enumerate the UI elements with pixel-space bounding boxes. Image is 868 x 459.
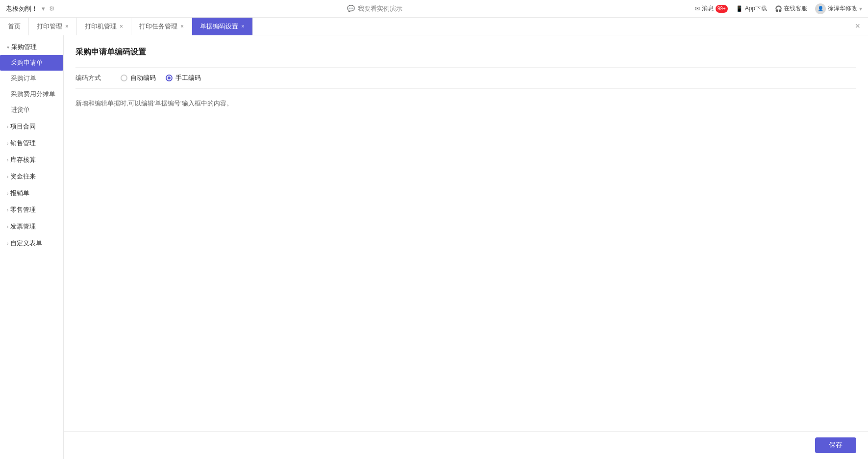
sidebar-group-inventory-label: 库存核算: [10, 155, 36, 164]
tab-printer-management[interactable]: 打印机管理 ×: [77, 18, 131, 35]
sidebar-item-purchase-order-label: 采购订单: [11, 75, 36, 82]
tab-print-task[interactable]: 打印任务管理 ×: [131, 18, 192, 35]
tab-serial-code[interactable]: 单据编码设置 ×: [192, 18, 253, 35]
sidebar-group-invoice-title[interactable]: › 发票管理: [0, 219, 63, 234]
sidebar-group-custom-label: 自定义表单: [10, 239, 42, 248]
top-bar-right: ✉ 消息 99+ 📱 App下载 🎧 在线客服 👤 徐泽华修改 ▾: [695, 3, 862, 14]
sidebar-item-purchase-cost-label: 采购费用分摊单: [11, 90, 55, 98]
message-badge: 99+: [716, 5, 728, 13]
arrow-right-icon-project: ›: [7, 124, 8, 129]
sidebar-group-inventory: › 库存核算: [0, 152, 63, 168]
manual-coding-label: 手工编码: [175, 74, 201, 82]
tab-home-label: 首页: [8, 22, 21, 31]
message-label: 消息: [702, 4, 714, 13]
arrow-right-icon-retail: ›: [7, 207, 8, 213]
tab-bar: 首页 打印管理 × 打印机管理 × 打印任务管理 × 单据编码设置 × ×: [0, 18, 868, 35]
settings-icon[interactable]: ⚙: [49, 5, 55, 12]
top-bar-left: 老板勿削！ ▾ ⚙: [6, 4, 55, 13]
online-service-button[interactable]: 🎧 在线客服: [775, 4, 807, 13]
tab-home[interactable]: 首页: [0, 18, 29, 35]
arrow-right-icon-inventory: ›: [7, 157, 8, 163]
arrow-right-icon-custom: ›: [7, 241, 8, 246]
top-bar: 老板勿削！ ▾ ⚙ 💬 我要看实例演示 ✉ 消息 99+ 📱 App下载 🎧 在…: [0, 0, 868, 18]
sidebar-group-finance-label: 资金往来: [10, 172, 36, 181]
app-download-button[interactable]: 📱 App下载: [736, 4, 767, 13]
sidebar-group-sales-label: 销售管理: [10, 139, 36, 148]
sidebar-item-purchase-goods[interactable]: 进货单: [0, 102, 63, 118]
app-icon: 📱: [736, 5, 743, 12]
content-area: 采购申请单编码设置 编码方式 自动编码 手工编码 新增和编辑单据时,可以编辑'单…: [64, 35, 868, 459]
sidebar-group-custom: › 自定义表单: [0, 235, 63, 251]
coding-section: 编码方式 自动编码 手工编码: [75, 67, 856, 89]
sidebar-item-purchase-goods-label: 进货单: [11, 106, 30, 113]
arrow-right-icon-finance: ›: [7, 174, 8, 179]
tab-bar-end: ×: [851, 21, 868, 31]
description-text: 新增和编辑单据时,可以编辑'单据编号'输入框中的内容。: [75, 99, 856, 109]
user-dropdown-icon: ▾: [859, 5, 862, 12]
tab-print-management-close[interactable]: ×: [65, 23, 69, 30]
sidebar-group-retail: › 零售管理: [0, 202, 63, 218]
tab-print-management-label: 打印管理: [37, 22, 62, 31]
save-button[interactable]: 保存: [815, 437, 856, 453]
tab-serial-code-close[interactable]: ×: [241, 23, 245, 30]
sidebar-group-invoice-label: 发票管理: [10, 222, 36, 231]
sidebar-item-purchase-cost[interactable]: 采购费用分摊单: [0, 86, 63, 102]
top-bar-center: 💬 我要看实例演示: [347, 4, 402, 13]
sidebar-group-invoice: › 发票管理: [0, 219, 63, 234]
auto-coding-option[interactable]: 自动编码: [121, 74, 156, 82]
tab-print-task-close[interactable]: ×: [180, 23, 184, 30]
sidebar-item-purchase-order[interactable]: 采购订单: [0, 71, 63, 86]
user-menu[interactable]: 👤 徐泽华修改 ▾: [815, 3, 862, 14]
bottom-bar: 保存: [64, 431, 868, 459]
sidebar-group-expense: › 报销单: [0, 185, 63, 201]
sidebar-group-custom-title[interactable]: › 自定义表单: [0, 235, 63, 251]
manual-coding-option[interactable]: 手工编码: [166, 74, 201, 82]
arrow-down-icon: ▾: [7, 45, 9, 50]
announcement-text[interactable]: 我要看实例演示: [358, 4, 402, 13]
sidebar-group-project: › 项目合同: [0, 119, 63, 134]
tab-printer-management-label: 打印机管理: [85, 22, 117, 31]
sidebar-group-retail-title[interactable]: › 零售管理: [0, 202, 63, 218]
online-service-label: 在线客服: [784, 4, 807, 13]
tab-print-task-label: 打印任务管理: [139, 22, 177, 31]
arrow-right-icon-expense: ›: [7, 191, 8, 196]
dropdown-icon[interactable]: ▾: [42, 5, 45, 12]
sidebar-group-project-title[interactable]: › 项目合同: [0, 119, 63, 134]
app-title: 老板勿削！: [6, 4, 38, 13]
tab-serial-code-label: 单据编码设置: [200, 22, 238, 31]
user-name: 徐泽华修改: [828, 4, 857, 13]
message-icon: ✉: [695, 5, 700, 12]
announcement-icon: 💬: [347, 5, 355, 12]
main-layout: ▾ 采购管理 采购申请单 采购订单 采购费用分摊单 进货单 › 项目合同: [0, 35, 868, 459]
sidebar-group-inventory-title[interactable]: › 库存核算: [0, 152, 63, 168]
sidebar-group-retail-label: 零售管理: [10, 205, 36, 214]
tab-print-management[interactable]: 打印管理 ×: [29, 18, 77, 35]
app-download-label: App下载: [745, 4, 767, 13]
sidebar-group-sales-title[interactable]: › 销售管理: [0, 135, 63, 151]
sidebar-group-purchase: ▾ 采购管理 采购申请单 采购订单 采购费用分摊单 进货单: [0, 39, 63, 118]
sidebar-group-sales: › 销售管理: [0, 135, 63, 151]
sidebar-group-finance: › 资金往来: [0, 169, 63, 184]
sidebar-group-finance-title[interactable]: › 资金往来: [0, 169, 63, 184]
sidebar-item-purchase-request-label: 采购申请单: [11, 59, 43, 66]
radio-group: 自动编码 手工编码: [121, 74, 201, 82]
sidebar-group-expense-label: 报销单: [10, 189, 29, 198]
sidebar-group-expense-title[interactable]: › 报销单: [0, 185, 63, 201]
sidebar-group-purchase-label: 采购管理: [11, 43, 37, 51]
arrow-right-icon-sales: ›: [7, 141, 8, 146]
page-title: 采购申请单编码设置: [75, 47, 856, 57]
message-button[interactable]: ✉ 消息 99+: [695, 4, 728, 13]
global-close-button[interactable]: ×: [851, 21, 864, 31]
manual-coding-radio[interactable]: [166, 75, 173, 81]
coding-method-label: 编码方式: [75, 74, 115, 82]
headset-icon: 🎧: [775, 5, 782, 12]
sidebar-group-project-label: 项目合同: [10, 122, 36, 131]
tab-printer-management-close[interactable]: ×: [120, 23, 123, 30]
sidebar: ▾ 采购管理 采购申请单 采购订单 采购费用分摊单 进货单 › 项目合同: [0, 35, 64, 459]
sidebar-item-purchase-request[interactable]: 采购申请单: [0, 55, 63, 71]
sidebar-group-purchase-title[interactable]: ▾ 采购管理: [0, 39, 63, 55]
avatar: 👤: [815, 3, 826, 14]
auto-coding-label: 自动编码: [130, 74, 156, 82]
auto-coding-radio[interactable]: [121, 75, 127, 81]
arrow-right-icon-invoice: ›: [7, 224, 8, 230]
